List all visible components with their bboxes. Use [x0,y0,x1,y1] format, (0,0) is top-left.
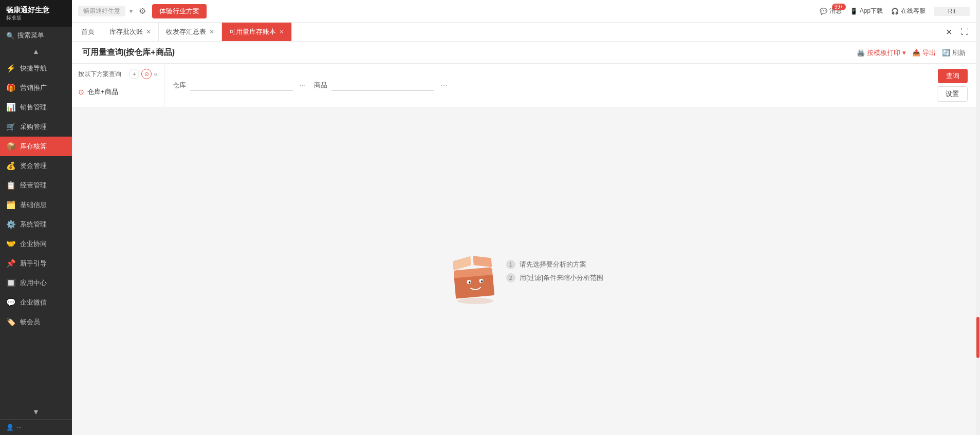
filter-panel: 仓库 ··· 商品 ··· 查询 设置 [164,64,976,107]
right-scroll-indicator [976,0,980,435]
sidebar-item-finance[interactable]: 💰 资金管理 [0,156,72,176]
schemes-header-label: 按以下方案查询 [78,70,121,79]
sidebar-item-label: 经营管理 [20,181,47,190]
message-button[interactable]: 💬 消息 99+ [820,7,842,15]
query-area: 按以下方案查询 + ⊙ « ⊙ 仓库+商品 仓库 ··· [72,64,976,107]
sidebar-item-wechat[interactable]: 💬 企业微信 [0,293,72,312]
sidebar-scroll-down[interactable]: ▼ [0,406,72,418]
gear-icon: ⚙️ [6,220,16,229]
warehouse-filter-dots[interactable]: ··· [299,81,306,90]
user-avatar[interactable]: Rit [934,7,970,16]
online-service-label: 在线客服 [901,7,926,15]
sidebar-item-label: 企业协同 [20,239,47,249]
query-button[interactable]: 查询 [938,69,968,83]
collapse-panel-button[interactable]: « [154,69,158,79]
gift-icon: 🎁 [6,83,16,92]
print-button[interactable]: 🖨️ 按模板打印 ▾ [857,48,906,58]
user-icon: 👤 [6,424,14,431]
handshake-icon: 🤝 [6,239,16,249]
tab-batch-account-close-icon[interactable]: ✕ [146,28,151,35]
sidebar-item-quick-nav[interactable]: ⚡ 快捷导航 [0,59,72,78]
breadcrumb-area: 畅康通好生意 ▾ ⚙ 体验行业方案 [78,4,816,18]
tab-available-qty-close-icon[interactable]: ✕ [279,28,284,35]
main-area: 畅康通好生意 ▾ ⚙ 体验行业方案 💬 消息 99+ 📱 App下载 🎧 在线客… [72,0,976,435]
search-icon: 🔍 [6,32,14,40]
goods-filter-input[interactable] [331,80,434,91]
message-icon: 💬 [820,8,827,15]
brand-tag: 标准版 [6,14,22,22]
sidebar-item-system[interactable]: ⚙️ 系统管理 [0,215,72,234]
tab-available-qty-label: 可用量库存账本 [229,27,276,36]
scheme-warehouse-goods[interactable]: ⊙ 仓库+商品 [72,83,164,101]
sidebar-item-marketing[interactable]: 🎁 营销推广 [0,78,72,98]
add-scheme-button[interactable]: + [129,69,139,79]
sidebar-scroll-up[interactable]: ▲ [0,45,72,58]
sidebar-item-apps[interactable]: 🔲 应用中心 [0,273,72,293]
tab-inventory-summary-close-icon[interactable]: ✕ [209,28,214,35]
sidebar-item-inventory[interactable]: 📦 库存核算 [0,137,72,156]
sidebar-item-member[interactable]: 🏷️ 畅会员 [0,312,72,332]
schemes-panel-btns: + ⊙ « [129,69,158,79]
sidebar-bottom: 👤 ··· [0,419,72,435]
goods-filter-group: 商品 ··· [314,80,447,91]
top-header: 畅康通好生意 ▾ ⚙ 体验行业方案 💬 消息 99+ 📱 App下载 🎧 在线客… [72,0,976,23]
scheme-icon: ⊙ [78,88,84,96]
sidebar-item-purchase[interactable]: 🛒 采购管理 [0,117,72,137]
money-icon: 💰 [6,161,16,171]
sidebar-item-operations[interactable]: 📋 经营管理 [0,176,72,195]
sidebar-item-label: 新手引导 [20,259,47,268]
header-settings-button[interactable]: ⚙ [137,4,148,18]
tab-home[interactable]: 首页 [74,23,102,41]
box-icon: 📦 [6,142,16,151]
refresh-icon: 🔄 [942,49,950,56]
sidebar-item-enterprise[interactable]: 🤝 企业协同 [0,234,72,254]
page-header: 可用量查询(按仓库+商品) 🖨️ 按模板打印 ▾ 📤 导出 🔄 刷新 [72,42,976,64]
lightning-icon: ⚡ [6,64,16,73]
sidebar-item-label: 营销推广 [20,83,47,92]
goods-filter-dots[interactable]: ··· [440,81,447,90]
sidebar-item-label: 资金管理 [20,161,47,171]
refresh-button[interactable]: 🔄 刷新 [942,48,966,58]
empty-content: 1 请先选择要分析的方案 2 用[过滤]条件来缩小分析范围 [445,245,603,297]
tab-bar: 首页 库存批次账 ✕ 收发存汇总表 ✕ 可用量库存账本 ✕ ✕ ⛶ [72,23,976,42]
empty-tip-2: 2 用[过滤]条件来缩小分析范围 [506,273,603,282]
clipboard-icon: 📋 [6,181,16,190]
sidebar-item-newbie[interactable]: 📌 新手引导 [0,254,72,273]
sidebar-search[interactable]: 🔍 搜索菜单 [0,27,72,44]
manage-scheme-button[interactable]: ⊙ [141,69,152,79]
online-service-button[interactable]: 🎧 在线客服 [891,7,926,15]
warehouse-filter-group: 仓库 ··· [173,80,306,91]
phone-icon: 📱 [850,8,858,15]
query-btn-area: 查询 设置 [937,69,968,102]
brand-name: 畅康通好生意 [6,5,49,14]
warehouse-filter-input[interactable] [190,80,293,91]
settings-action-button[interactable]: 设置 [937,86,968,102]
trial-industry-button[interactable]: 体验行业方案 [152,4,207,18]
sidebar-item-label: 销售管理 [20,103,47,112]
svg-point-0 [457,298,493,304]
sidebar-item-sales[interactable]: 📊 销售管理 [0,98,72,117]
export-button[interactable]: 📤 导出 [912,48,936,58]
tab-close-all-button[interactable]: ✕ [942,25,955,39]
app-download-button[interactable]: 📱 App下载 [850,7,883,15]
cart-icon: 🛒 [6,122,16,131]
tag-icon: 🏷️ [6,317,16,327]
tab-available-qty[interactable]: 可用量库存账本 ✕ [222,23,292,41]
goods-filter-label: 商品 [314,81,327,90]
sidebar-item-label: 应用中心 [20,278,47,288]
chat-icon: 💬 [6,298,16,307]
tip-num-1: 1 [506,260,515,269]
empty-tips: 1 请先选择要分析的方案 2 用[过滤]条件来缩小分析范围 [506,260,603,282]
empty-tip-1: 1 请先选择要分析的方案 [506,260,603,269]
tab-bar-right: ✕ ⛶ [942,23,976,41]
refresh-label: 刷新 [952,48,966,58]
sidebar-item-basics[interactable]: 🗂️ 基础信息 [0,195,72,215]
bottom-label: ··· [17,424,22,430]
tab-batch-account[interactable]: 库存批次账 ✕ [102,23,159,41]
right-scroll-thumb[interactable] [976,317,979,358]
chart-icon: 📊 [6,103,16,112]
warehouse-filter-label: 仓库 [173,81,186,90]
tab-inventory-summary[interactable]: 收发存汇总表 ✕ [159,23,222,41]
svg-marker-3 [473,254,492,269]
tab-expand-button[interactable]: ⛶ [957,25,972,39]
